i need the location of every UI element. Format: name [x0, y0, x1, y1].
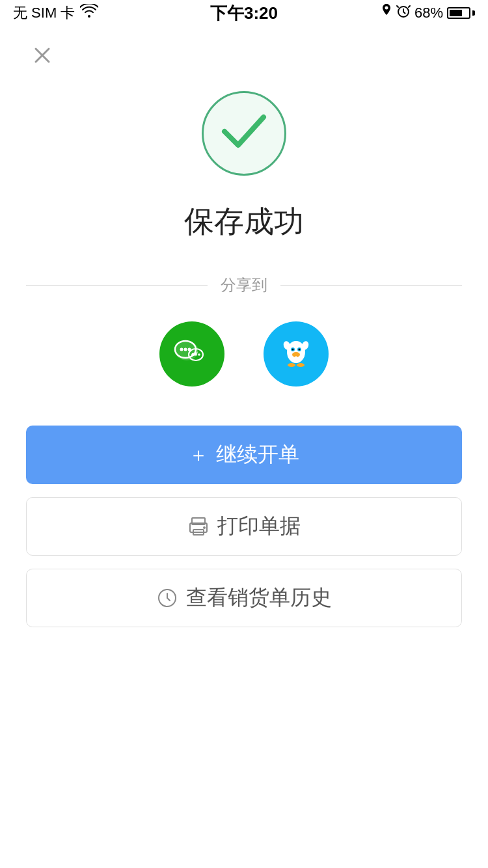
history-icon — [156, 587, 178, 609]
battery-percentage: 68% — [414, 5, 443, 21]
svg-point-22 — [297, 363, 305, 367]
close-button[interactable] — [26, 39, 59, 72]
share-divider: 分享到 — [26, 275, 462, 295]
svg-point-26 — [203, 526, 206, 529]
share-icons — [159, 321, 329, 387]
svg-point-7 — [184, 347, 187, 351]
status-bar: 无 SIM 卡 下午3:20 68% — [0, 0, 488, 26]
share-wechat-button[interactable] — [159, 321, 224, 387]
svg-point-17 — [299, 349, 301, 351]
continue-button[interactable]: ＋ 继续开单 — [26, 426, 462, 484]
print-label: 打印单据 — [217, 512, 301, 541]
print-button[interactable]: 打印单据 — [26, 497, 462, 556]
divider-line-left — [26, 285, 208, 286]
sim-status: 无 SIM 卡 — [13, 3, 75, 23]
share-label: 分享到 — [221, 275, 267, 295]
location-icon — [381, 4, 392, 22]
history-label: 查看销货单历史 — [186, 584, 332, 612]
history-button[interactable]: 查看销货单历史 — [26, 569, 462, 627]
print-icon — [187, 515, 210, 537]
svg-point-11 — [195, 353, 197, 356]
battery-icon — [447, 7, 475, 19]
plus-icon: ＋ — [189, 442, 208, 468]
wifi-icon — [80, 4, 98, 22]
svg-point-16 — [292, 349, 294, 351]
divider-line-right — [280, 285, 462, 286]
continue-label: 继续开单 — [216, 441, 299, 469]
status-left: 无 SIM 卡 — [13, 3, 98, 23]
success-title: 保存成功 — [184, 202, 304, 242]
status-time: 下午3:20 — [210, 2, 278, 25]
main-content: 保存成功 分享到 — [0, 26, 488, 868]
status-right: 68% — [381, 4, 475, 22]
success-circle — [202, 91, 286, 176]
alarm-icon — [396, 4, 411, 22]
svg-point-21 — [288, 363, 295, 367]
svg-point-10 — [191, 353, 194, 356]
svg-point-6 — [180, 347, 183, 351]
checkmark-icon — [221, 111, 267, 156]
action-buttons: ＋ 继续开单 打印单据 查看销货单历史 — [26, 426, 462, 627]
share-qq-button[interactable] — [264, 321, 329, 387]
svg-point-12 — [198, 353, 200, 356]
